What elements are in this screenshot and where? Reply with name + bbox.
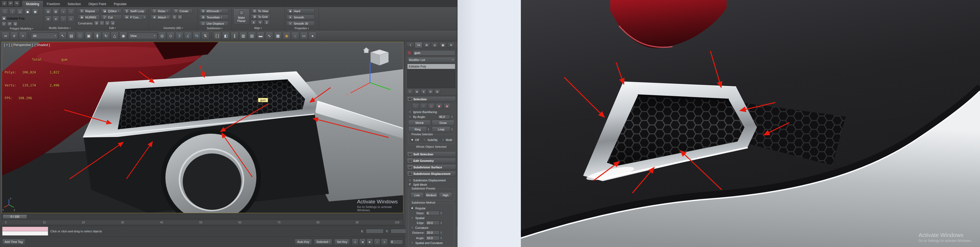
object-name-field[interactable]: gum — [413, 50, 455, 56]
subdivision-preset-button[interactable]: Medium — [425, 192, 438, 198]
use-displace-button[interactable]: ⊥Use Displace — [199, 21, 229, 26]
spinner-snap-icon[interactable]: ⇅ — [201, 32, 209, 40]
mirror-icon[interactable]: ◧ — [222, 32, 230, 40]
ignore-backfacing-checkbox[interactable] — [408, 110, 412, 114]
angle-snap-icon[interactable]: ∠ — [184, 32, 192, 40]
constrain-edge-icon[interactable]: ⌐ — [100, 21, 104, 26]
perspective-viewport[interactable]: Z X Y x y z — [2, 42, 403, 213]
undo-icon[interactable]: ↶ — [8, 1, 13, 6]
split-mesh-checkbox[interactable] — [408, 183, 412, 186]
ribbon-tab-selection[interactable]: Selection — [64, 1, 84, 7]
smooth-button[interactable]: ●Smooth — [286, 14, 315, 20]
select-and-manipulate-icon[interactable]: ◇ — [167, 32, 175, 40]
layer-explorer-icon[interactable]: ▤ — [248, 32, 256, 40]
percent-snap-icon[interactable]: % — [193, 32, 200, 40]
current-frame-field[interactable]: 0 — [390, 240, 403, 244]
ring-selection-icon[interactable]: ◦ — [68, 8, 74, 15]
track-bar[interactable]: 0102030405060708090100 — [2, 220, 403, 225]
panel-label-modify-selection[interactable]: Modify Selection▾ — [45, 26, 75, 30]
tessellate-button[interactable]: ⊞Tessellate▾ — [199, 14, 229, 20]
ribbon-tab-modeling[interactable]: Modeling — [22, 1, 43, 7]
redo-icon[interactable]: ↷ — [14, 1, 19, 6]
ribbon-tab-object-paint[interactable]: Object Paint — [85, 1, 110, 7]
panel-label-edit[interactable]: Edit▾ — [78, 26, 147, 30]
reference-coordinate-combo[interactable]: View▾ — [128, 32, 157, 39]
constrain-face-icon[interactable]: ▱ — [105, 21, 110, 26]
auto-key-button[interactable]: Auto Key — [295, 239, 312, 245]
ring-button[interactable]: Ring — [408, 126, 427, 132]
play-icon[interactable]: ► — [367, 239, 373, 245]
polygon-subobject-icon[interactable]: ◼ — [436, 103, 442, 109]
loop-button[interactable]: Loop — [432, 126, 450, 132]
editable-poly-label[interactable]: Editable Poly — [7, 17, 25, 20]
object-color-swatch[interactable] — [407, 51, 412, 55]
hard-button[interactable]: ◆Hard — [286, 8, 315, 14]
select-and-link-icon[interactable]: ∞ — [2, 32, 10, 40]
x-coordinate-field[interactable] — [366, 229, 383, 233]
repeat-button[interactable]: ↻Repeat — [78, 8, 100, 14]
unlink-selection-icon[interactable]: ≠ — [10, 32, 18, 40]
create-tab-icon[interactable]: + — [407, 42, 414, 48]
cut-button[interactable]: ╱Cut — [101, 14, 122, 20]
method-spatial-radio[interactable]: Spatial — [410, 216, 452, 220]
qslice-button[interactable]: ◪QSlice▾ — [101, 8, 122, 14]
pin-stack-icon[interactable]: ⊦ — [407, 89, 413, 95]
create-button[interactable]: +Create — [172, 8, 193, 14]
modifier-list-dropdown[interactable]: Modifier List ▾ — [407, 57, 455, 63]
material-editor-icon[interactable]: ◉ — [283, 32, 291, 40]
align-icon[interactable]: ∥ — [231, 32, 239, 40]
bind-to-space-warp-icon[interactable]: ≈ — [19, 32, 27, 40]
attach-button[interactable]: ⊕Attach▾ — [151, 14, 171, 20]
viewport-shading-menu[interactable]: [ Shaded ] — [34, 43, 50, 47]
vertex-mode-icon[interactable]: ∴ — [2, 8, 8, 15]
configure-modifier-sets-icon[interactable]: ⊜ — [434, 89, 440, 95]
modifier-stack[interactable]: Editable Poly — [407, 64, 455, 88]
by-angle-checkbox[interactable] — [408, 115, 412, 119]
make-planar-button[interactable]: ▱ Make Planar — [233, 8, 250, 25]
smooth-30-button[interactable]: ◐Smooth 30 — [286, 21, 315, 26]
collapse-geometry-icon[interactable]: ⊃ — [178, 15, 182, 19]
p-connect-button[interactable]: ⋈P Connect▾ — [123, 14, 147, 20]
subdivision-preset-button[interactable]: High — [439, 192, 452, 198]
swift-loop-button[interactable]: ∥Swift Loop — [123, 8, 147, 14]
angle-spinner[interactable]: ▴▾ — [441, 237, 444, 239]
render-setup-icon[interactable]: ☼ — [291, 32, 299, 40]
render-production-icon[interactable]: ● — [309, 32, 317, 40]
viewport-pov-menu[interactable]: [ Perspective ] — [11, 43, 33, 47]
steps-spinner[interactable]: ▴▾ — [441, 212, 444, 215]
snaps-toggle-icon[interactable]: 3 — [175, 32, 183, 40]
nurms-button[interactable]: ◉NURMS — [78, 14, 100, 20]
scene-explorer-icon[interactable]: ▥ — [239, 32, 247, 40]
edge-spinner[interactable]: ▴▾ — [441, 221, 444, 224]
hierarchy-tab-icon[interactable]: ⊞ — [423, 42, 430, 48]
display-tab-icon[interactable]: ▣ — [439, 42, 447, 48]
preview-off-radio[interactable]: Off — [410, 138, 419, 141]
listener-macro-line[interactable] — [2, 227, 48, 231]
ring-shrink-icon[interactable]: ≑ — [52, 16, 59, 22]
curve-editor-icon[interactable]: ∿ — [265, 32, 273, 40]
panel-label-polygon-modeling[interactable]: Polygon Modeling▾ — [2, 27, 41, 30]
make-unique-icon[interactable]: ⊻ — [421, 89, 426, 95]
edge-subobject-icon[interactable]: ∕ — [420, 103, 427, 109]
border-mode-icon[interactable]: ◻ — [17, 8, 23, 15]
remove-modifier-icon[interactable]: ⊖ — [428, 89, 433, 95]
border-subobject-icon[interactable]: ◻ — [428, 103, 435, 109]
constrain-none-icon[interactable]: ⊘ — [94, 21, 99, 26]
ribbon-toggle-icon[interactable]: ▬ — [257, 32, 264, 40]
selection-filter-combo[interactable]: All▾ — [31, 32, 58, 39]
rollout-subdivision-displacement-header[interactable]: − Subdivision Displacement — [407, 171, 456, 176]
loop-spinner[interactable]: ▴▾ — [452, 126, 454, 132]
panel-label-subdivision[interactable]: Subdivision▾ — [199, 27, 230, 30]
by-angle-spinner[interactable]: ▴▾ — [452, 115, 454, 118]
method-spatial-curvature-radio[interactable]: Spatial and Curvature — [410, 241, 452, 245]
stack-editable-poly[interactable]: Editable Poly — [407, 64, 455, 69]
method-curvature-radio[interactable]: Curvature — [410, 226, 452, 229]
add-time-tag-button[interactable]: Add Time Tag — [2, 239, 25, 245]
select-and-place-icon[interactable]: ◉ — [119, 32, 127, 40]
element-mode-icon[interactable]: ▣ — [32, 8, 38, 15]
previous-modifier-icon[interactable]: ↶ — [7, 22, 12, 26]
subdivision-preset-button[interactable]: Low — [410, 192, 424, 198]
viewport-general-menu[interactable]: [ + ] — [4, 43, 10, 47]
window-crossing-icon[interactable]: ▣ — [85, 32, 92, 40]
rendered-frame-icon[interactable]: ▭ — [300, 32, 308, 40]
